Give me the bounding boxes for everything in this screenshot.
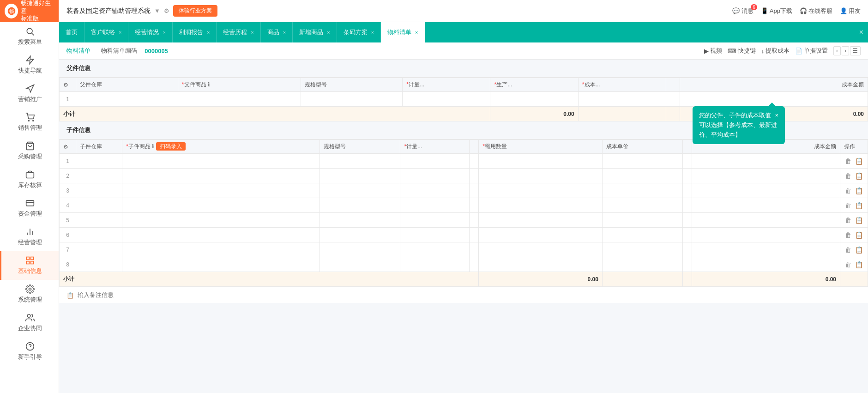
parent-unit-1[interactable] <box>403 92 490 107</box>
sidebar-item-operation[interactable]: 经营管理 <box>0 223 59 251</box>
copy-icon-7[interactable]: 📋 <box>855 246 863 254</box>
child-unit-cost-7[interactable] <box>602 242 682 257</box>
breadcrumb-item1[interactable]: 物料清单 <box>66 47 90 55</box>
sidebar-item-inventory[interactable]: 库存核算 <box>0 165 59 194</box>
child-spec-5[interactable] <box>320 213 400 228</box>
single-settings-btn[interactable]: 📄 单据设置 <box>795 47 828 55</box>
tab-close-operation-status[interactable]: × <box>163 30 165 35</box>
tab-close-history[interactable]: × <box>251 30 253 35</box>
child-spec-1[interactable] <box>320 154 400 169</box>
child-unit-cost-5[interactable] <box>602 213 682 228</box>
child-qty-6[interactable] <box>479 228 603 242</box>
child-unit-cost-3[interactable] <box>602 183 682 198</box>
tab-close-profit[interactable]: × <box>207 30 210 35</box>
copy-icon-2[interactable]: 📋 <box>855 172 863 180</box>
app-download-link[interactable]: 📱 App下载 <box>761 7 792 15</box>
child-unit-cost-1[interactable] <box>602 154 682 169</box>
child-spec-6[interactable] <box>320 228 400 242</box>
child-warehouse-3[interactable] <box>76 183 122 198</box>
tab-bom[interactable]: 物料清单 × <box>381 22 425 42</box>
delete-icon-5[interactable]: 🗑 <box>845 217 851 224</box>
child-spec-4[interactable] <box>320 198 400 213</box>
scan-button[interactable]: 扫码录入 <box>156 142 186 151</box>
nav-next[interactable]: › <box>842 46 849 55</box>
sidebar-item-purchase[interactable]: 采购管理 <box>0 137 59 165</box>
child-qty-5[interactable] <box>479 213 603 228</box>
parent-produce-1[interactable] <box>490 92 578 107</box>
tab-operation-status[interactable]: 经营情况 × <box>128 22 172 42</box>
child-unit-cost-8[interactable] <box>602 257 682 272</box>
child-warehouse-4[interactable] <box>76 198 122 213</box>
nav-menu[interactable]: ☰ <box>850 46 861 55</box>
online-service-link[interactable]: 🎧 在线客服 <box>800 7 832 15</box>
child-goods-6[interactable] <box>122 228 320 242</box>
dropdown-arrow[interactable]: ▼ <box>154 7 160 14</box>
child-unit-2[interactable] <box>400 169 470 183</box>
delete-icon-1[interactable]: 🗑 <box>845 157 851 165</box>
child-warehouse-8[interactable] <box>76 257 122 272</box>
child-qty-4[interactable] <box>479 198 603 213</box>
bottom-text[interactable]: 输入备注信息 <box>78 291 114 299</box>
delete-icon-8[interactable]: 🗑 <box>845 261 851 268</box>
extract-cost-btn[interactable]: ↓ 提取成本 <box>761 47 790 55</box>
child-qty-1[interactable] <box>479 154 603 169</box>
child-unit-7[interactable] <box>400 242 470 257</box>
child-warehouse-6[interactable] <box>76 228 122 242</box>
copy-icon-5[interactable]: 📋 <box>855 217 863 224</box>
experience-button[interactable]: 体验行业方案 <box>173 5 217 17</box>
messages-icon-wrap[interactable]: 💬 6 消息 <box>732 7 753 15</box>
tab-close-new-goods[interactable]: × <box>327 30 330 35</box>
sidebar-item-system[interactable]: 系统管理 <box>0 280 59 308</box>
user-menu[interactable]: 👤 用友 <box>840 7 861 15</box>
delete-icon-3[interactable]: 🗑 <box>845 187 851 194</box>
child-warehouse-5[interactable] <box>76 213 122 228</box>
child-goods-3[interactable] <box>122 183 320 198</box>
child-unit-8[interactable] <box>400 257 470 272</box>
child-qty-3[interactable] <box>479 183 603 198</box>
close-all-tabs[interactable]: × <box>855 28 868 36</box>
child-unit-5[interactable] <box>400 213 470 228</box>
copy-icon-1[interactable]: 📋 <box>855 157 863 165</box>
child-unit-cost-2[interactable] <box>602 169 682 183</box>
sidebar-item-guide[interactable]: 新手引导 <box>0 337 59 366</box>
copy-icon-3[interactable]: 📋 <box>855 187 863 194</box>
sidebar-item-collab[interactable]: 企业协同 <box>0 308 59 337</box>
sidebar-item-quick-nav[interactable]: 快捷导航 <box>0 51 59 79</box>
child-spec-3[interactable] <box>320 183 400 198</box>
sidebar-item-finance[interactable]: 资金管理 <box>0 194 59 223</box>
tab-profit[interactable]: 利润报告 × <box>173 22 217 42</box>
delete-icon-2[interactable]: 🗑 <box>845 172 851 180</box>
sidebar-item-sales[interactable]: 销售管理 <box>0 108 59 137</box>
tab-close-bom[interactable]: × <box>415 30 418 35</box>
child-unit-3[interactable] <box>400 183 470 198</box>
view-video-btn[interactable]: ▶ 视频 <box>704 47 722 55</box>
child-unit-cost-4[interactable] <box>602 198 682 213</box>
tooltip-close[interactable]: × <box>775 111 778 121</box>
child-unit-cost-6[interactable] <box>602 228 682 242</box>
child-goods-5[interactable] <box>122 213 320 228</box>
copy-icon-4[interactable]: 📋 <box>855 202 863 209</box>
child-spec-2[interactable] <box>320 169 400 183</box>
child-qty-8[interactable] <box>479 257 603 272</box>
tab-new-goods[interactable]: 新增商品 × <box>293 22 337 42</box>
tab-goods[interactable]: 商品 × <box>261 22 293 42</box>
delete-icon-6[interactable]: 🗑 <box>845 231 851 239</box>
copy-icon-8[interactable]: 📋 <box>855 261 863 268</box>
th-gear-child[interactable]: ⚙ <box>60 140 76 154</box>
nav-prev[interactable]: ‹ <box>833 46 841 55</box>
parent-spec-1[interactable] <box>301 92 403 107</box>
tab-close-customers[interactable]: × <box>119 30 121 35</box>
child-spec-7[interactable] <box>320 242 400 257</box>
settings-icon[interactable]: ⚙ <box>164 7 169 14</box>
tab-barcode[interactable]: 条码方案 × <box>337 22 381 42</box>
tab-close-barcode[interactable]: × <box>371 30 374 35</box>
child-unit-1[interactable] <box>400 154 470 169</box>
child-goods-4[interactable] <box>122 198 320 213</box>
copy-icon-6[interactable]: 📋 <box>855 231 863 239</box>
parent-cost-1[interactable] <box>578 92 666 107</box>
child-goods-1[interactable] <box>122 154 320 169</box>
sidebar-item-basic[interactable]: 基础信息 <box>0 251 59 280</box>
tab-close-goods[interactable]: × <box>283 30 286 35</box>
sidebar-item-search[interactable]: 搜索菜单 <box>0 22 59 51</box>
delete-icon-4[interactable]: 🗑 <box>845 202 851 209</box>
